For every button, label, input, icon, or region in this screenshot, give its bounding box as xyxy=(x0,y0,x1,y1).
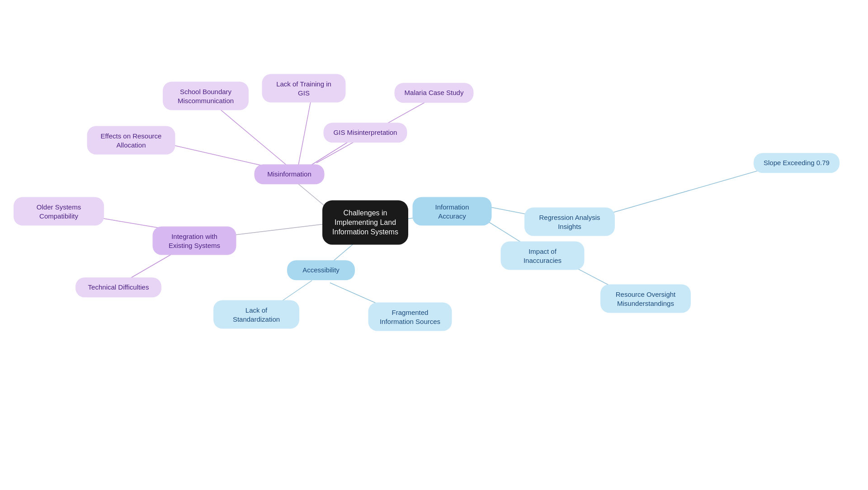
node-resource-oversight[interactable]: Resource Oversight Misunderstandings xyxy=(600,285,691,313)
node-technical[interactable]: Technical Difficulties xyxy=(75,277,161,297)
node-misinformation[interactable]: Misinformation xyxy=(255,164,325,184)
node-integration[interactable]: Integration with Existing Systems xyxy=(153,227,236,255)
node-effects-resource[interactable]: Effects on Resource Allocation xyxy=(87,126,175,155)
node-impact[interactable]: Impact of Inaccuracies xyxy=(501,242,585,270)
node-information-accuracy[interactable]: Information Accuracy xyxy=(413,197,492,226)
node-slope[interactable]: Slope Exceeding 0.79 xyxy=(754,153,840,173)
node-gis-misinterpretation[interactable]: GIS Misinterpretation xyxy=(324,123,407,143)
node-lack-training[interactable]: Lack of Training in GIS xyxy=(262,74,346,103)
node-fragmented[interactable]: Fragmented Information Sources xyxy=(368,303,452,331)
center-node[interactable]: Challenges in Implementing Land Informat… xyxy=(322,200,408,245)
svg-line-6 xyxy=(298,100,311,165)
node-older-systems[interactable]: Older Systems Compatibility xyxy=(14,197,104,226)
svg-line-13 xyxy=(601,164,782,216)
node-accessibility[interactable]: Accessibility xyxy=(287,260,355,280)
node-school-boundary[interactable]: School Boundary Miscommunication xyxy=(163,82,249,110)
node-regression[interactable]: Regression Analysis Insights xyxy=(524,208,615,236)
node-standardization[interactable]: Lack of Standardization xyxy=(213,300,299,329)
node-malaria[interactable]: Malaria Case Study xyxy=(395,83,474,103)
